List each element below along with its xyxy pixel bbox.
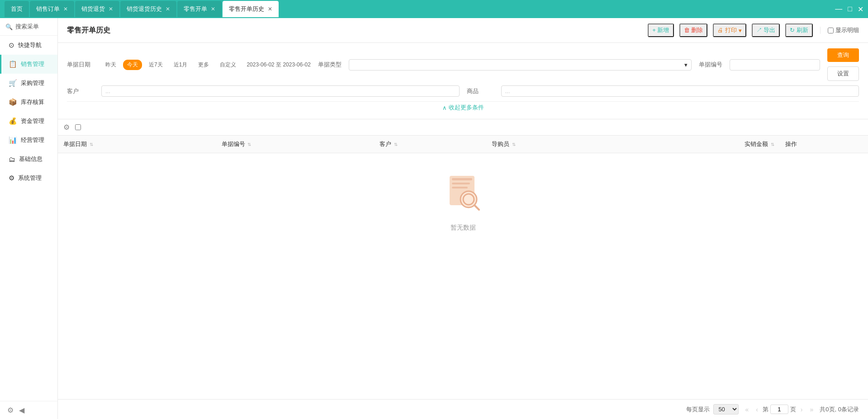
divider: [820, 27, 821, 34]
data-table: 单据日期 ⇅ 单据编号 ⇅ 客户 ⇅: [58, 136, 868, 153]
col-customer-label: 客户: [379, 141, 391, 147]
date-btn-1month[interactable]: 近1月: [170, 60, 192, 70]
setting-button[interactable]: 设置: [827, 66, 859, 81]
quick-nav-icon: ⊙: [9, 41, 14, 49]
prev-page-btn[interactable]: ‹: [753, 405, 761, 414]
date-btn-custom[interactable]: 自定义: [216, 60, 240, 70]
tab-retail-open-history-close[interactable]: ✕: [268, 6, 272, 12]
tab-sales-order[interactable]: 销售订单 ✕: [30, 1, 74, 17]
print-button[interactable]: 🖨 打印 ▾: [713, 24, 746, 37]
tab-home[interactable]: 首页: [5, 1, 29, 17]
sidebar-item-purchase-mgmt[interactable]: 🛒 采购管理: [0, 74, 57, 93]
table-container: 单据日期 ⇅ 单据编号 ⇅ 客户 ⇅: [58, 136, 868, 399]
first-page-btn[interactable]: «: [742, 405, 751, 414]
page-label: 第: [763, 405, 768, 414]
col-doc-date-sort-icon: ⇅: [90, 142, 93, 147]
sales-mgmt-icon: 📋: [9, 60, 17, 68]
refresh-button[interactable]: ↻ 刷新: [785, 24, 813, 37]
date-btn-more[interactable]: 更多: [194, 60, 213, 70]
export-button[interactable]: ↗ 导出: [752, 24, 780, 37]
date-label: 单据日期: [67, 61, 94, 69]
tab-sales-return-history-close[interactable]: ✕: [166, 6, 170, 12]
window-close-btn[interactable]: ✕: [858, 5, 863, 14]
show-detail-checkbox[interactable]: 显示明细: [828, 26, 859, 34]
basic-info-icon: 🗂: [9, 155, 15, 163]
sidebar-collapse-icon[interactable]: ◀: [19, 406, 24, 414]
page-number-input[interactable]: [770, 405, 788, 414]
date-btn-today[interactable]: 今天: [123, 60, 142, 70]
doc-type-arrow-icon: ▾: [684, 61, 688, 68]
sidebar-item-sales-mgmt[interactable]: 📋 销售管理: [0, 55, 57, 74]
add-button[interactable]: + 新增: [648, 24, 674, 37]
search-label: 搜索采单: [15, 23, 39, 31]
tab-sales-order-label: 销售订单: [36, 5, 60, 13]
tab-sales-return[interactable]: 销货退货 ✕: [75, 1, 119, 17]
sidebar-bottom: ⚙ ◀: [0, 401, 57, 419]
sidebar-item-finance-mgmt-label: 资金管理: [21, 117, 44, 125]
show-detail-input[interactable]: [828, 28, 834, 33]
show-detail-label: 显示明细: [835, 26, 859, 34]
search-icon: 🔍: [5, 24, 13, 30]
next-page-btn[interactable]: ›: [798, 405, 806, 414]
window-minimize-btn[interactable]: —: [835, 5, 842, 13]
select-all-checkbox[interactable]: [75, 124, 81, 130]
print-label: 🖨 打印: [717, 26, 737, 34]
tab-retail-open-history[interactable]: 零售开单历史 ✕: [223, 1, 279, 17]
sidebar-settings-icon[interactable]: ⚙: [7, 406, 14, 414]
collapse-label: 收起更多条件: [449, 104, 484, 112]
col-salesperson-sort-icon: ⇅: [512, 142, 516, 147]
sidebar: 🔍 搜索采单 ⊙ 快捷导航 📋 销售管理 🛒 采购管理 📦 库存核算 💰 资金管…: [0, 18, 58, 419]
goods-placeholder: ...: [505, 88, 510, 94]
date-btn-7days[interactable]: 近7天: [145, 60, 167, 70]
print-arrow-icon: ▾: [739, 27, 742, 34]
tab-retail-open-history-label: 零售开单历史: [229, 5, 264, 13]
top-bar: 首页 销售订单 ✕ 销货退货 ✕ 销货退货历史 ✕ 零售开单 ✕ 零售开单历史 …: [0, 0, 868, 18]
sidebar-item-ops-mgmt[interactable]: 📊 经营管理: [0, 131, 57, 150]
col-actions: 操作: [780, 136, 868, 153]
sidebar-item-sys-mgmt[interactable]: ⚙ 系统管理: [0, 169, 57, 188]
sidebar-item-ops-mgmt-label: 经营管理: [21, 136, 44, 144]
doc-no-input[interactable]: [730, 59, 820, 71]
col-salesperson[interactable]: 导购员 ⇅: [486, 136, 621, 153]
collapse-btn[interactable]: ∧ 收起更多条件: [67, 101, 859, 113]
date-btn-yesterday[interactable]: 昨天: [101, 60, 120, 70]
last-page-btn[interactable]: »: [807, 405, 816, 414]
sidebar-item-purchase-mgmt-label: 采购管理: [21, 79, 44, 87]
sidebar-item-finance-mgmt[interactable]: 💰 资金管理: [0, 112, 57, 131]
customer-select[interactable]: ...: [101, 85, 460, 97]
customer-label: 客户: [67, 87, 94, 95]
page-header: 零售开单历史 + 新增 🗑 删除 🖨 打印 ▾ ↗ 导出 ↻ 刷新 显示明细: [58, 18, 868, 43]
tab-sales-order-close[interactable]: ✕: [63, 6, 68, 12]
col-actual-amount[interactable]: 实销金额 ⇅: [621, 136, 780, 153]
tab-retail-open-label: 零售开单: [184, 5, 207, 13]
ops-mgmt-icon: 📊: [9, 136, 17, 144]
col-customer[interactable]: 客户 ⇅: [374, 136, 486, 153]
empty-text: 暂无数据: [451, 224, 476, 232]
col-actions-label: 操作: [785, 141, 797, 147]
tab-sales-return-history-label: 销货退货历史: [127, 5, 162, 13]
tab-sales-return-close[interactable]: ✕: [109, 6, 113, 12]
pagination: 每页显示 20 50 100 « ‹ 第 页 › » 共0页, 0条记录: [58, 399, 868, 419]
sidebar-item-inventory[interactable]: 📦 库存核算: [0, 93, 57, 112]
sidebar-search[interactable]: 🔍 搜索采单: [0, 18, 57, 36]
col-actual-amount-label: 实销金额: [745, 141, 768, 147]
svg-line-6: [474, 205, 479, 210]
tab-retail-open[interactable]: 零售开单 ✕: [177, 1, 222, 17]
column-settings-icon[interactable]: ⚙: [63, 123, 70, 132]
sidebar-item-quick-nav[interactable]: ⊙ 快捷导航: [0, 36, 57, 55]
doc-type-select[interactable]: ▾: [349, 59, 692, 71]
table-area: ⚙ 单据日期 ⇅ 单据编号 ⇅: [58, 119, 868, 399]
col-doc-date[interactable]: 单据日期 ⇅: [58, 136, 216, 153]
svg-rect-3: [452, 187, 468, 188]
tab-sales-return-history[interactable]: 销货退货历史 ✕: [120, 1, 176, 17]
sidebar-item-basic-info[interactable]: 🗂 基础信息: [0, 150, 57, 169]
tab-retail-open-close[interactable]: ✕: [211, 6, 215, 12]
delete-button[interactable]: 🗑 删除: [679, 24, 708, 37]
window-maximize-btn[interactable]: □: [848, 5, 852, 13]
query-button[interactable]: 查询: [827, 48, 859, 62]
doc-no-label: 单据编号: [699, 61, 726, 69]
page-size-select[interactable]: 20 50 100: [713, 404, 739, 414]
col-doc-no[interactable]: 单据编号 ⇅: [216, 136, 375, 153]
sys-mgmt-icon: ⚙: [9, 174, 14, 182]
goods-select[interactable]: ...: [501, 85, 859, 97]
